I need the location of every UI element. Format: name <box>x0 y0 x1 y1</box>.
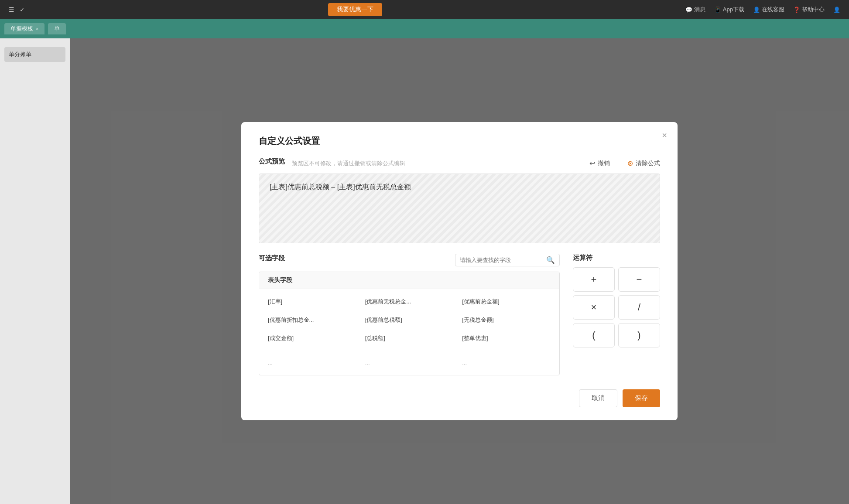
undo-label: 撤销 <box>598 160 610 167</box>
list-item[interactable]: [汇率] <box>264 293 361 311</box>
fields-group-header: 表头字段 <box>259 272 559 289</box>
clear-formula-label: 清除公式 <box>636 160 660 167</box>
cancel-button[interactable]: 取消 <box>579 389 617 407</box>
fields-grid: [汇率] [优惠前无税总金... [优惠前总金额] [优惠前折扣总金... [优… <box>259 289 559 351</box>
app-download-nav-item[interactable]: 📱 App下载 <box>714 6 744 14</box>
fields-table-wrapper: 表头字段 [汇率] [优惠前无税总金... [优惠前总金额] [优惠前折扣总金.… <box>259 272 560 375</box>
menu-icon[interactable]: ☰ <box>9 6 14 13</box>
modal-footer: 取消 保存 <box>259 389 660 407</box>
formula-settings-modal: 自定义公式设置 × 公式预览 预览区不可修改，请通过撤销或清除公式编辑 ↩ 撤销… <box>241 122 678 420</box>
formula-hint: 预览区不可修改，请通过撤销或清除公式编辑 <box>292 160 582 167</box>
customer-service-nav-item[interactable]: 👤 在线客服 <box>753 6 784 14</box>
operators-grid: + − × / ( ) <box>573 267 660 347</box>
left-sidebar: 单分摊单 <box>0 38 70 504</box>
formula-header: 公式预览 预览区不可修改，请通过撤销或清除公式编辑 ↩ 撤销 ⊗ 清除公式 <box>259 157 660 169</box>
undo-action[interactable]: ↩ 撤销 <box>589 159 610 167</box>
avatar: 👤 <box>833 7 840 13</box>
clear-formula-action[interactable]: ⊗ 清除公式 <box>627 159 660 167</box>
list-item[interactable]: [成交金额] <box>264 329 361 347</box>
fields-search-box[interactable]: 🔍 <box>455 254 560 266</box>
list-item[interactable]: [优惠前总税额] <box>361 311 458 329</box>
operator-open-paren-button[interactable]: ( <box>573 323 615 347</box>
fields-section-header: 可选字段 🔍 <box>259 254 560 266</box>
fields-search-input[interactable] <box>460 257 544 263</box>
check-icon: ✓ <box>20 6 25 13</box>
operator-close-paren-button[interactable]: ) <box>618 323 660 347</box>
operators-section: 运算符 + − × / ( ) <box>573 254 660 347</box>
fields-operators-row: 可选字段 🔍 表头字段 [汇率] [优惠前无税总金... [优惠 <box>259 254 660 375</box>
list-item: ... <box>361 354 458 371</box>
operator-plus-button[interactable]: + <box>573 267 615 292</box>
top-nav-left: ☰ ✓ <box>9 6 25 13</box>
tab-document-template[interactable]: 单据模板 × <box>4 23 45 34</box>
operator-minus-button[interactable]: − <box>618 267 660 292</box>
list-item[interactable]: [整单优惠] <box>458 329 555 347</box>
list-item[interactable]: [总税额] <box>361 329 458 347</box>
tab-document[interactable]: 单 <box>48 23 66 34</box>
top-nav: ☰ ✓ 我要优惠一下 💬 消息 📱 App下载 👤 在线客服 ❓ 帮助中心 👤 <box>0 0 849 19</box>
main-content: 自定义公式设置 × 公式预览 预览区不可修改，请通过撤销或清除公式编辑 ↩ 撤销… <box>70 38 849 504</box>
formula-preview-box: [主表]优惠前总税额 – [主表]优惠前无税总金额 <box>259 174 660 243</box>
list-item: ... <box>458 354 555 371</box>
fields-grid-partial: ... ... ... <box>259 351 559 375</box>
operators-title: 运算符 <box>573 254 660 262</box>
top-nav-right: 💬 消息 📱 App下载 👤 在线客服 ❓ 帮助中心 👤 <box>685 6 840 14</box>
list-item[interactable]: [优惠前总金额] <box>458 293 555 311</box>
list-item[interactable]: [优惠前折扣总金... <box>264 311 361 329</box>
modal-overlay: 自定义公式设置 × 公式预览 预览区不可修改，请通过撤销或清除公式编辑 ↩ 撤销… <box>70 38 849 504</box>
modal-close-button[interactable]: × <box>662 131 667 140</box>
second-nav: 单据模板 × 单 <box>0 19 849 38</box>
fields-label: 可选字段 <box>259 254 285 262</box>
message-nav-item[interactable]: 💬 消息 <box>685 6 705 14</box>
list-item[interactable]: [优惠前无税总金... <box>361 293 458 311</box>
tab-close-icon[interactable]: × <box>36 26 38 31</box>
formula-preview-section: 公式预览 预览区不可修改，请通过撤销或清除公式编辑 ↩ 撤销 ⊗ 清除公式 [主… <box>259 157 660 243</box>
fields-section: 可选字段 🔍 表头字段 [汇率] [优惠前无税总金... [优惠 <box>259 254 560 375</box>
clear-icon: ⊗ <box>627 159 633 167</box>
help-center-nav-item[interactable]: ❓ 帮助中心 <box>793 6 825 14</box>
fields-table: 表头字段 [汇率] [优惠前无税总金... [优惠前总金额] [优惠前折扣总金.… <box>259 272 560 375</box>
modal-title: 自定义公式设置 <box>259 135 660 147</box>
list-item[interactable]: [无税总金额] <box>458 311 555 329</box>
undo-icon: ↩ <box>589 159 595 167</box>
sidebar-item-split-order[interactable]: 单分摊单 <box>4 47 65 62</box>
promo-button[interactable]: 我要优惠一下 <box>328 3 382 16</box>
search-icon: 🔍 <box>546 256 555 264</box>
save-button[interactable]: 保存 <box>623 389 660 407</box>
operator-divide-button[interactable]: / <box>618 295 660 320</box>
formula-preview-label: 公式预览 <box>259 157 285 166</box>
operator-multiply-button[interactable]: × <box>573 295 615 320</box>
list-item: ... <box>264 354 361 371</box>
